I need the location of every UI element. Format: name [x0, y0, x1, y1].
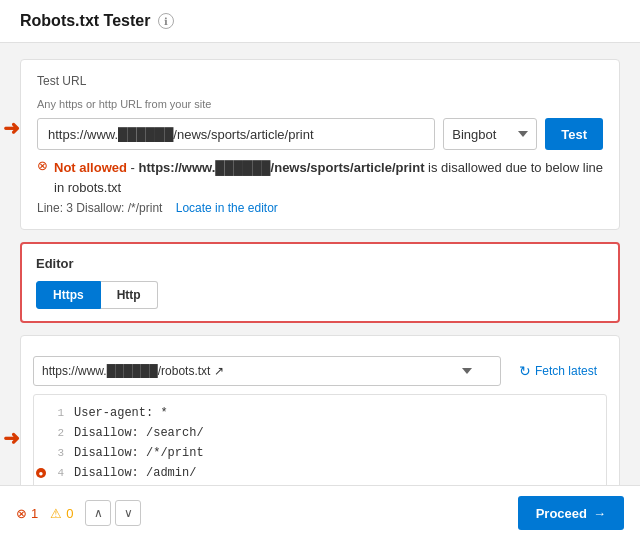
test-arrow-icon: ➜	[3, 116, 20, 140]
nav-down-button[interactable]: ∨	[115, 500, 141, 526]
editor-label: Editor	[36, 256, 604, 271]
protocol-tabs: Https Http	[36, 281, 604, 309]
test-url-section-label: Test URL	[37, 74, 603, 88]
error-dot: ●	[36, 468, 46, 478]
editor-arrow-icon: ➜	[3, 426, 20, 450]
test-url-section: Test URL Any https or http URL from your…	[20, 59, 620, 230]
code-line-4: ● 4 Disallow: /admin/	[34, 463, 606, 483]
tab-http[interactable]: Http	[101, 281, 158, 309]
error-badge: ⊗ 1	[16, 506, 38, 521]
bot-select[interactable]: Bingbot Googlebot Slurp	[443, 118, 537, 150]
result-row: ⊗ Not allowed - https://www.██████/news/…	[37, 158, 603, 197]
result-status: Not allowed	[54, 160, 127, 175]
status-bar: ⊗ 1 ⚠ 0 ∧ ∨ Proceed →	[0, 485, 640, 540]
page-title: Robots.txt Tester	[20, 12, 150, 30]
page-header: Robots.txt Tester ℹ	[0, 0, 640, 43]
result-url: https://www.██████/news/sports/article/p…	[139, 160, 425, 175]
editor-section: Editor Https Http	[20, 242, 620, 323]
test-url-hint: Any https or http URL from your site	[37, 98, 603, 110]
proceed-button[interactable]: Proceed →	[518, 496, 624, 530]
test-url-row: Bingbot Googlebot Slurp Test	[37, 118, 603, 150]
tab-https[interactable]: Https	[36, 281, 101, 309]
nav-up-button[interactable]: ∧	[85, 500, 111, 526]
locate-link[interactable]: Locate in the editor	[176, 201, 278, 215]
test-button[interactable]: Test	[545, 118, 603, 150]
test-url-input[interactable]	[37, 118, 435, 150]
file-url-row: https://www.██████/robots.txt ↗ ↻ Fetch …	[33, 356, 607, 386]
file-url-select[interactable]: https://www.██████/robots.txt ↗	[33, 356, 501, 386]
warning-badge: ⚠ 0	[50, 506, 73, 521]
code-line-2: 2 Disallow: /search/	[34, 423, 606, 443]
code-line-3: 3 Disallow: /*/print	[34, 443, 606, 463]
result-text: Not allowed - https://www.██████/news/sp…	[54, 158, 603, 197]
fetch-latest-button[interactable]: ↻ Fetch latest	[509, 356, 607, 386]
refresh-icon: ↻	[519, 363, 531, 379]
status-left: ⊗ 1 ⚠ 0 ∧ ∨	[16, 500, 141, 526]
nav-arrows: ∧ ∨	[85, 500, 141, 526]
disallow-line: Line: 3 Disallow: /*/print Locate in the…	[37, 201, 603, 215]
code-line-1: 1 User-agent: *	[34, 403, 606, 423]
info-icon[interactable]: ℹ	[158, 13, 174, 29]
main-content: Test URL Any https or http URL from your…	[0, 43, 640, 540]
